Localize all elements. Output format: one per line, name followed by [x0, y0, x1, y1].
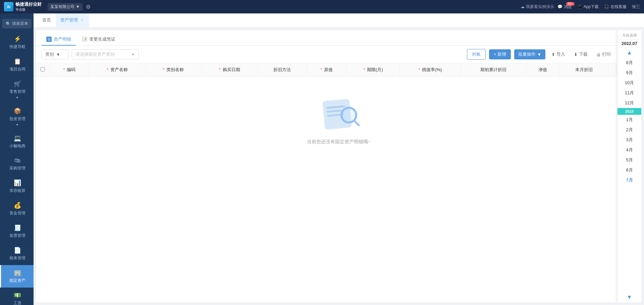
month-item-sep-2022[interactable]: 9月	[618, 68, 641, 78]
sub-tab-detail[interactable]: ☰ 资产明细	[42, 34, 76, 46]
col-category: * 类别名称	[145, 63, 201, 77]
app-brand: Ai 畅捷通好业财 专业版	[4, 1, 42, 12]
salary-icon: 💵	[14, 292, 21, 299]
tab-close-button[interactable]: ×	[80, 18, 85, 22]
voucher-tab-icon: 📝	[82, 37, 87, 42]
sidebar-item-finance[interactable]: 💰 资金管理	[0, 198, 34, 220]
month-nav-bottom: ▼	[618, 292, 641, 302]
page-content: ☰ 资产明细 📝 变更生成凭证 类别 ▼ 请选择固定资产类别 ▼	[36, 30, 641, 302]
detail-tab-icon: ☰	[46, 37, 52, 42]
print-button[interactable]: 🖨 打印	[594, 49, 613, 59]
sidebar-item-project[interactable]: 📋 项目合同	[0, 54, 34, 76]
tab-assets[interactable]: 资产管理 ×	[56, 13, 89, 27]
finance-icon: 💰	[14, 202, 21, 209]
month-item-jun-2023[interactable]: 6月	[618, 165, 641, 175]
current-month-display: 2022.07	[618, 40, 641, 48]
empty-illustration	[315, 97, 362, 134]
month-item-oct-2022[interactable]: 10月	[618, 78, 641, 88]
content-area: 首页 资产管理 × ☰ 资产明细 📝 变更生成凭证	[34, 13, 644, 305]
download-button[interactable]: ⬇ 下载	[571, 49, 590, 59]
sidebar-item-inventory[interactable]: 📊 库存核算	[0, 175, 34, 198]
add-button[interactable]: + 新增	[489, 49, 511, 59]
category-selector[interactable]: 请选择固定资产类别 ▼	[72, 49, 139, 59]
month-item-apr-2023[interactable]: 4月	[618, 145, 641, 155]
select-all-checkbox[interactable]	[41, 67, 45, 71]
empty-text: 当前您还没有固定资产明细哦~	[307, 139, 371, 145]
month-item-jan-2023[interactable]: 1月	[618, 115, 641, 125]
sidebar-item-retail[interactable]: 🛒 零售管理 ▼	[0, 76, 34, 103]
settings-icon[interactable]: ⚙	[86, 4, 91, 10]
svg-line-5	[354, 120, 359, 125]
top-bar: Ai 畅捷通好业财 专业版 某某有限公司 ▼ ⚙ ☁ 我要看实例演示 💬 消息 …	[0, 0, 644, 13]
user-profile[interactable]: 张三	[632, 4, 640, 10]
month-item-feb-2023[interactable]: 2月	[618, 125, 641, 135]
col-name: * 资产名称	[89, 63, 145, 77]
month-item-nov-2022[interactable]: 11月	[618, 88, 641, 98]
download-icon: ⬇	[574, 52, 578, 57]
month-nav: ▲	[618, 48, 641, 58]
batch-button[interactable]: 批量操作 ▼	[514, 49, 545, 59]
col-period: * 期限(月)	[346, 63, 400, 77]
checkbox-header	[36, 63, 50, 77]
month-item-aug-2022[interactable]: 8月	[618, 58, 641, 68]
col-accumulated-depreciation: 期初累计折旧	[461, 63, 527, 77]
month-panel-title: 月份选择	[618, 30, 641, 40]
demo-link[interactable]: ☁ 我要看实例演示	[521, 4, 554, 10]
sidebar-item-tax[interactable]: 📄 税务管理	[0, 243, 34, 265]
month-item-may-2023[interactable]: 5月	[618, 155, 641, 165]
purchase-icon: 🛍	[14, 157, 20, 164]
col-purchase-date: * 购买日期	[202, 63, 258, 77]
col-net-value: 净值	[527, 63, 559, 77]
empty-svg	[315, 97, 362, 134]
message-badge: 99+	[566, 2, 575, 6]
search-icon: 🔍	[6, 21, 11, 26]
sub-tab-voucher[interactable]: 📝 变更生成凭证	[77, 34, 120, 46]
col-code: * 编码	[50, 63, 89, 77]
import-button[interactable]: ⬆ 导入	[549, 49, 568, 59]
sub-tabs: ☰ 资产明细 📝 变更生成凭证	[36, 30, 641, 46]
dropdown-icon: ▼	[76, 4, 80, 9]
tab-bar: 首页 资产管理 ×	[34, 13, 644, 28]
top-actions: 💬 消息 99+ 📱 App下载 🎧 在线客服 张三	[557, 4, 640, 10]
month-item-mar-2023[interactable]: 3月	[618, 135, 641, 145]
company-selector[interactable]: 某某有限公司 ▼	[48, 3, 83, 11]
sidebar-item-salary[interactable]: 💵 工资	[0, 288, 34, 305]
empty-state-row: 当前您还没有固定资产明细哦~	[36, 77, 641, 165]
month-list: 8月 9月 10月 11月 12月 2023 1月 2月 3月 4月 5月 6月…	[618, 58, 641, 292]
app-name: 畅捷通好业财	[15, 1, 42, 7]
month-panel: 月份选择 2022.07 ▲ 8月 9月 10月 11月 12月 2023 1月…	[617, 30, 641, 302]
app-edition: 专业版	[15, 7, 42, 12]
tab-home[interactable]: 首页	[38, 13, 56, 27]
cloud-icon: ☁	[521, 4, 525, 9]
reconcile-button[interactable]: 对账	[467, 49, 486, 60]
sidebar-item-assets[interactable]: 🏢 固定资产	[0, 265, 34, 288]
batch-chevron-icon: ▼	[537, 52, 541, 57]
app-download-button[interactable]: 📱 App下载	[577, 4, 599, 10]
month-down-button[interactable]: ▼	[626, 294, 633, 301]
user-name: 张三	[632, 4, 640, 10]
sidebar-item-invoice[interactable]: 🧾 发票管理	[0, 220, 34, 243]
sidebar-item-nav[interactable]: ⚡ 快捷导航	[0, 31, 34, 54]
sidebar-item-ecommerce[interactable]: 💻 小畅电商	[0, 131, 34, 153]
toolbar: 类别 ▼ 请选择固定资产类别 ▼ 对账 + 新增 批量操作 ▼	[36, 46, 641, 63]
chevron-down-icon2: ▼	[16, 123, 19, 126]
month-up-button[interactable]: ▲	[626, 49, 633, 56]
message-button[interactable]: 💬 消息 99+	[557, 4, 572, 10]
online-service-button[interactable]: 🎧 在线客服	[604, 4, 627, 10]
month-item-dec-2022[interactable]: 12月	[618, 98, 641, 108]
sidebar-item-wholesale[interactable]: 📦 批发管理 ▼	[0, 103, 34, 131]
month-item-jul-2023[interactable]: 7月	[618, 175, 641, 185]
empty-state-cell: 当前您还没有固定资产明细哦~	[36, 77, 641, 165]
main-layout: 🔍 搜索菜单 ⚡ 快捷导航 📋 项目合同 🛒 零售管理 ▼ 📦 批发管理 ▼ 💻…	[0, 13, 644, 305]
sidebar-item-purchase[interactable]: 🛍 采购管理	[0, 153, 34, 175]
filter-chevron-icon: ▼	[56, 52, 60, 57]
project-icon: 📋	[14, 58, 21, 65]
chevron-down-icon: ▼	[16, 96, 19, 99]
col-residual-rate: * 残值率(%)	[400, 63, 461, 77]
import-icon: ⬆	[551, 52, 555, 57]
col-original-value: * 原值	[307, 63, 346, 77]
company-name: 某某有限公司	[50, 4, 74, 10]
category-filter[interactable]: 类别 ▼	[42, 49, 68, 59]
search-menu-button[interactable]: 🔍 搜索菜单	[2, 19, 32, 29]
assets-table: * 编码 * 资产名称 * 类别名称	[36, 63, 641, 165]
